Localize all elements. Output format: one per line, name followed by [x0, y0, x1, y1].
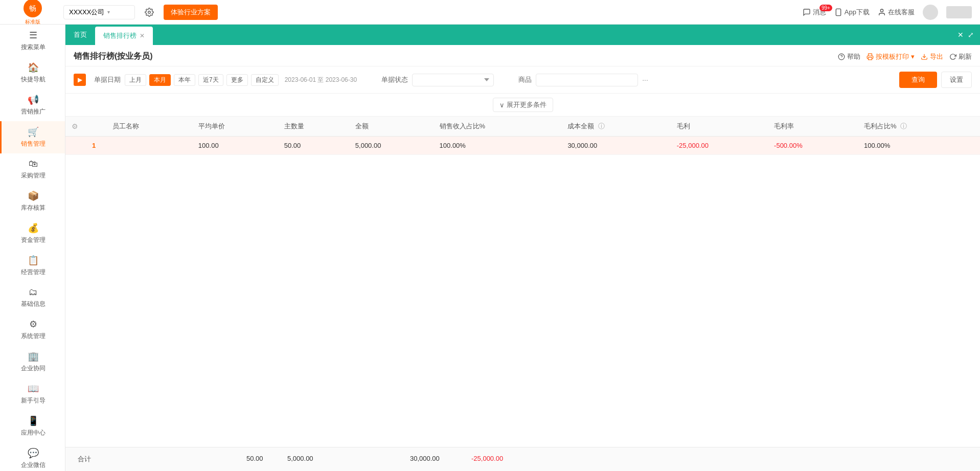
cell-name — [106, 137, 192, 155]
company-selector[interactable]: XXXXX公司 ▾ — [63, 5, 135, 19]
filter-expand-arrow[interactable]: ▶ — [74, 74, 86, 86]
tab-expand-icon[interactable]: ⤢ — [968, 31, 974, 39]
search-icon: ☰ — [29, 30, 37, 41]
expand-conditions-button[interactable]: ∨ 展开更多条件 — [493, 98, 553, 112]
cell-gross-pct: 100.00% — [858, 137, 980, 155]
query-button[interactable]: 查询 — [899, 72, 937, 88]
col-gross-profit: 毛利 — [671, 117, 768, 137]
cell-avg-price: 100.00 — [192, 137, 278, 155]
tab-close-all-icon[interactable]: ✕ — [958, 31, 964, 39]
logo: 畅 标准版 — [8, 0, 57, 26]
col-settings: ⚙ — [65, 117, 86, 137]
cell-cost-amount: 30,000.00 — [561, 137, 670, 155]
sidebar-item-marketing[interactable]: 📢 营销推广 — [0, 89, 65, 121]
date-btn-last-month[interactable]: 上月 — [125, 74, 146, 86]
col-cost-amount: 成本全额 ⓘ — [561, 117, 670, 137]
sales-table: ⚙ 员工名称 平均单价 主数量 全额 销售收入占比% 成本全额 ⓘ — [65, 117, 980, 155]
refresh-button[interactable]: 刷新 — [949, 52, 972, 61]
sidebar-item-purchase[interactable]: 🛍 采购管理 — [0, 153, 65, 185]
footer-gross-profit: -25,000.00 — [465, 453, 527, 466]
cell-sales-pct: 100.00% — [434, 137, 562, 155]
col-sales-pct: 销售收入占比% — [434, 117, 562, 137]
more-dots[interactable]: ··· — [642, 76, 648, 84]
cell-qty: 50.00 — [278, 137, 349, 155]
app-center-icon: 📱 — [28, 415, 39, 427]
support-icon — [878, 8, 886, 16]
col-gross-pct: 毛利占比% ⓘ — [858, 117, 980, 137]
svg-text:畅: 畅 — [29, 4, 36, 12]
guide-icon: 📖 — [28, 383, 39, 394]
marketing-icon: 📢 — [28, 94, 39, 105]
online-support-button[interactable]: 在线客服 — [878, 8, 915, 17]
home-icon: 🏠 — [28, 62, 39, 73]
sidebar-item-wechat[interactable]: 💬 企业微信 — [0, 442, 65, 471]
avatar[interactable] — [923, 5, 938, 20]
date-btn-current-year[interactable]: 本年 — [174, 74, 195, 86]
notification-badge: 99+ — [819, 5, 832, 11]
table-settings-icon[interactable]: ⚙ — [72, 122, 78, 130]
cost-info-icon[interactable]: ⓘ — [598, 122, 605, 130]
goods-input[interactable] — [536, 74, 638, 86]
trial-button[interactable]: 体验行业方案 — [164, 5, 218, 20]
sidebar-item-finance[interactable]: 💰 资金管理 — [0, 217, 65, 250]
sidebar-item-quick-nav[interactable]: 🏠 快捷导航 — [0, 57, 65, 89]
filter-bar: ▶ 单据日期 上月 本月 本年 近7天 更多 自定义 2023-06-01 至 … — [65, 66, 980, 94]
date-range-text: 2023-06-01 至 2023-06-30 — [285, 76, 357, 84]
col-rank — [86, 117, 106, 137]
date-btn-custom[interactable]: 自定义 — [251, 74, 279, 86]
table-container: ⚙ 员工名称 平均单价 主数量 全额 销售收入占比% 成本全额 ⓘ — [65, 117, 980, 447]
date-btn-current-month[interactable]: 本月 — [149, 74, 171, 86]
download-icon — [834, 8, 842, 16]
notification-button[interactable]: 消息 99+ — [803, 8, 826, 17]
svg-rect-3 — [836, 9, 840, 15]
cell-gross-profit: -25,000.00 — [671, 137, 768, 155]
sidebar-item-guide[interactable]: 📖 新手引导 — [0, 378, 65, 410]
help-button[interactable]: 帮助 — [838, 52, 860, 61]
col-amount: 全额 — [349, 117, 434, 137]
sidebar-item-system[interactable]: ⚙ 系统管理 — [0, 313, 65, 346]
date-btn-last-7-days[interactable]: 近7天 — [198, 74, 223, 86]
svg-point-2 — [148, 11, 151, 13]
sidebar-item-app-center[interactable]: 📱 应用中心 — [0, 410, 65, 442]
footer-cost-amount: 30,000.00 — [404, 453, 465, 466]
sidebar-item-inventory[interactable]: 📦 库存核算 — [0, 185, 65, 217]
footer-qty: 50.00 — [240, 453, 281, 466]
purchase-icon: 🛍 — [29, 159, 38, 169]
sidebar-item-operations[interactable]: 📋 经营管理 — [0, 250, 65, 282]
print-dropdown-icon: ▾ — [911, 53, 915, 60]
tab-sales-ranking[interactable]: 销售排行榜 ✕ — [95, 27, 153, 45]
print-button[interactable]: 按模板打印 ▾ — [867, 52, 915, 61]
gross-pct-info-icon[interactable]: ⓘ — [900, 122, 907, 130]
sales-icon: 🛒 — [28, 126, 39, 138]
settings-button[interactable]: 设置 — [941, 72, 972, 88]
export-icon — [921, 53, 928, 60]
goods-filter-label: 商品 — [518, 75, 532, 84]
tab-home[interactable]: 首页 — [65, 25, 95, 45]
sidebar-item-basic-info[interactable]: 🗂 基础信息 — [0, 282, 65, 313]
operations-icon: 📋 — [28, 255, 39, 266]
chevron-down-icon: ▾ — [107, 9, 110, 15]
cell-rank: 1 — [86, 137, 106, 155]
table-footer: 合计 50.00 5,000.00 30,000.00 -25,000.00 — [65, 447, 980, 471]
footer-label: 合计 — [72, 453, 240, 466]
svg-rect-8 — [869, 57, 872, 60]
page-title: 销售排行榜(按业务员) — [74, 51, 153, 62]
date-btn-more[interactable]: 更多 — [226, 74, 248, 86]
print-icon — [867, 53, 874, 60]
sidebar-item-sales[interactable]: 🛒 销售管理 — [0, 121, 65, 153]
company-name: XXXXX公司 — [69, 8, 104, 17]
col-qty: 主数量 — [278, 117, 349, 137]
app-download-button[interactable]: App下载 — [834, 8, 870, 17]
finance-icon: 💰 — [28, 222, 39, 234]
footer-spacer — [343, 453, 404, 466]
export-button[interactable]: 导出 — [921, 52, 943, 61]
col-avg-price: 平均单价 — [192, 117, 278, 137]
chevron-down-icon: ∨ — [499, 101, 505, 109]
sidebar-item-search[interactable]: ☰ 搜索菜单 — [0, 25, 65, 57]
top-settings-button[interactable] — [141, 4, 157, 20]
tab-close-icon[interactable]: ✕ — [140, 32, 145, 39]
status-select[interactable] — [412, 74, 494, 86]
help-icon — [838, 53, 845, 60]
sidebar-item-enterprise[interactable]: 🏢 企业协同 — [0, 346, 65, 378]
basic-info-icon: 🗂 — [29, 287, 38, 298]
